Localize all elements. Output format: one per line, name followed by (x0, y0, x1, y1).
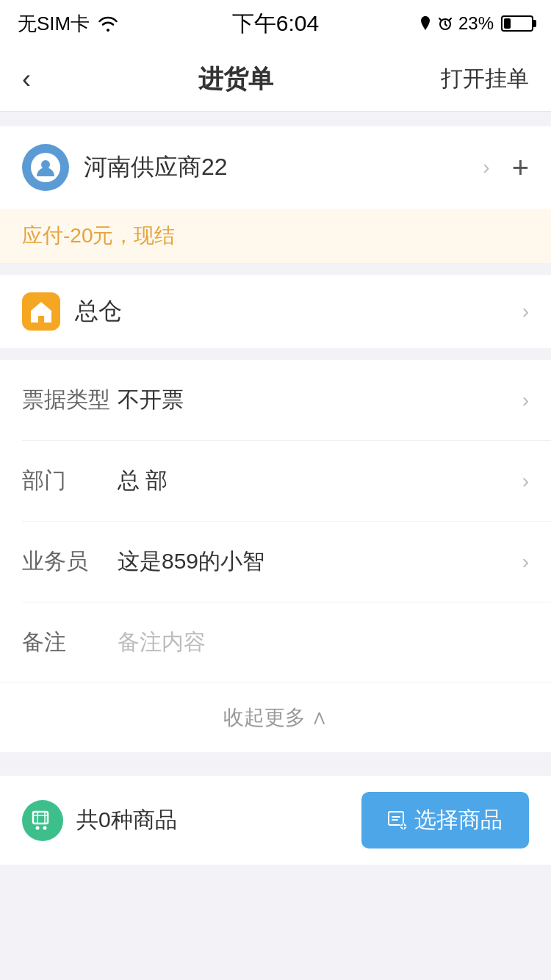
status-bar-left: 无SIM卡 (18, 11, 119, 37)
svg-rect-2 (33, 812, 48, 824)
status-bar: 无SIM卡 下午6:04 23% (0, 0, 551, 47)
wifi-icon (97, 15, 119, 32)
product-count-area: 共0种商品 (22, 800, 177, 841)
svg-point-4 (43, 826, 47, 829)
warehouse-name: 总仓 (75, 295, 522, 328)
battery-icon (501, 15, 533, 32)
warehouse-section: 总仓 › (0, 275, 551, 348)
salesperson-label: 业务员 (22, 547, 118, 577)
alarm-icon (438, 15, 453, 32)
battery-percentage: 23% (458, 13, 494, 34)
form-section: 票据类型 不开票 › 部门 总 部 › 业务员 这是859的小智 › 备注 备注… (0, 360, 551, 752)
house-icon (29, 300, 53, 323)
select-product-label: 选择商品 (414, 805, 503, 835)
product-count-text: 共0种商品 (76, 805, 177, 835)
department-chevron-icon: › (522, 469, 529, 493)
invoice-label: 票据类型 (22, 385, 118, 415)
section-divider-2 (0, 348, 551, 360)
location-icon (419, 15, 432, 32)
supplier-row-right: › + (483, 151, 529, 184)
person-icon (34, 156, 57, 179)
supplier-avatar (22, 144, 69, 191)
notice-text: 应付-20元，现结 (22, 224, 175, 247)
salesperson-chevron-icon: › (522, 550, 529, 574)
invoice-value: 不开票 (118, 385, 522, 415)
select-product-icon (388, 811, 407, 830)
supplier-row[interactable]: 河南供应商22 › + (0, 126, 551, 209)
supplier-chevron-icon: › (483, 156, 489, 179)
invoice-row[interactable]: 票据类型 不开票 › (0, 360, 551, 440)
section-divider-1 (0, 263, 551, 275)
page-title: 进货单 (198, 62, 273, 96)
warehouse-icon-wrap (22, 292, 60, 331)
notice-bar: 应付-20元，现结 (0, 209, 551, 263)
section-divider-3 (0, 752, 551, 764)
cart-icon (32, 810, 54, 831)
collapse-row[interactable]: 收起更多 ∧ (0, 682, 551, 752)
select-product-button[interactable]: 选择商品 (361, 792, 529, 849)
network-label: 无SIM卡 (18, 11, 90, 37)
department-label: 部门 (22, 466, 118, 496)
warehouse-row[interactable]: 总仓 › (0, 275, 551, 348)
department-row[interactable]: 部门 总 部 › (0, 441, 551, 521)
top-divider (0, 112, 551, 126)
remark-input[interactable]: 备注内容 (118, 627, 529, 657)
warehouse-chevron-icon: › (522, 300, 529, 323)
svg-point-3 (36, 826, 40, 829)
remark-row[interactable]: 备注 备注内容 (0, 602, 551, 682)
status-bar-right: 23% (419, 13, 533, 34)
bottom-bar: 共0种商品 选择商品 (0, 776, 551, 865)
remark-label: 备注 (22, 627, 118, 657)
status-bar-time: 下午6:04 (232, 9, 319, 39)
svg-rect-5 (389, 812, 403, 825)
invoice-chevron-icon: › (522, 389, 529, 412)
add-button[interactable]: + (512, 151, 529, 184)
salesperson-value: 这是859的小智 (118, 547, 522, 577)
back-button[interactable]: ‹ (22, 64, 31, 95)
supplier-section: 河南供应商22 › + 应付-20元，现结 (0, 126, 551, 263)
cart-icon-wrap (22, 800, 63, 841)
nav-bar: ‹ 进货单 打开挂单 (0, 47, 551, 112)
salesperson-row[interactable]: 业务员 这是859的小智 › (0, 522, 551, 602)
collapse-button[interactable]: 收起更多 ∧ (223, 704, 328, 732)
supplier-name: 河南供应商22 (84, 151, 483, 184)
open-pending-button[interactable]: 打开挂单 (441, 64, 529, 94)
department-value: 总 部 (118, 466, 522, 496)
